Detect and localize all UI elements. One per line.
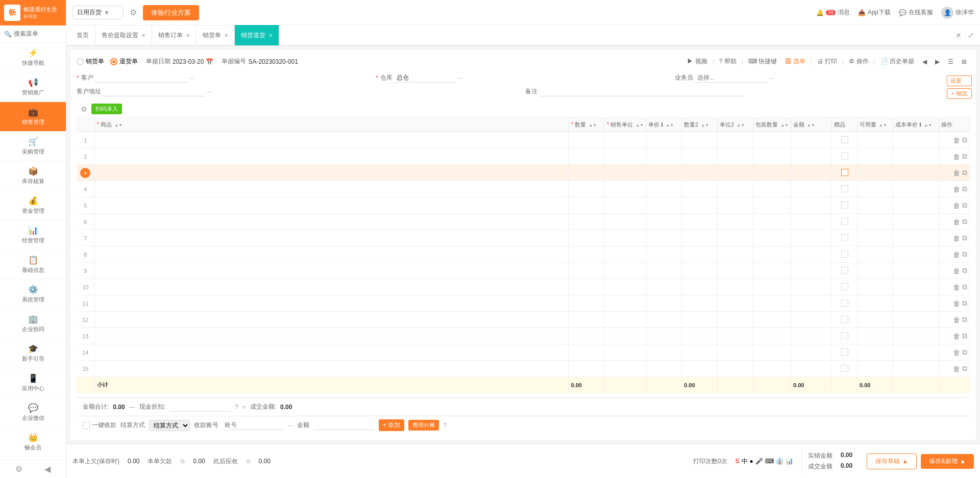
copy-row-btn[interactable]: ⧉	[962, 250, 967, 259]
delete-row-btn[interactable]: 🗑	[953, 202, 960, 210]
add-logistics-btn[interactable]: + 物流	[947, 88, 972, 99]
copy-row-btn[interactable]: ⧉	[962, 217, 967, 226]
delete-row-btn[interactable]: 🗑	[953, 299, 960, 308]
sidebar-item-member[interactable]: 👑 畅会员	[0, 427, 66, 457]
copy-row-btn[interactable]: ⧉	[962, 201, 967, 210]
sort-unit-icon[interactable]: ▲▼	[635, 123, 644, 128]
settings-btn[interactable]: 设置	[947, 76, 972, 86]
sort-unit2-icon[interactable]: ▲▼	[737, 123, 745, 128]
table-settings-icon[interactable]: ⚙	[81, 105, 87, 113]
product-input-active[interactable]	[97, 169, 567, 177]
collapse-sidebar-btn[interactable]: ◀	[44, 464, 51, 474]
settings-bottom-btn[interactable]: ⚙	[15, 464, 22, 474]
cash-discount-input[interactable]	[169, 402, 231, 412]
notification-btn[interactable]: 🔔 70 消息	[816, 8, 850, 17]
sales-person-input[interactable]	[695, 73, 767, 83]
unit-cell[interactable]	[604, 132, 646, 148]
amount-cell[interactable]	[791, 132, 832, 148]
tab-price-close[interactable]: ✕	[141, 33, 145, 38]
select-btn[interactable]: ☰ 选单	[782, 56, 808, 67]
sort-price-icon[interactable]: ▲▼	[666, 123, 674, 128]
delete-row-btn[interactable]: 🗑	[953, 169, 960, 177]
price-cell[interactable]	[646, 132, 682, 148]
sales-person-ellipsis-btn[interactable]: ···	[769, 74, 774, 82]
delete-row-btn[interactable]: 🗑	[953, 316, 960, 324]
delete-row-btn[interactable]: 🗑	[953, 136, 960, 144]
tab-sales-delivery[interactable]: 销货单 ✕	[197, 25, 235, 45]
copy-row-btn[interactable]: ⧉	[962, 234, 967, 242]
sidebar-item-inventory[interactable]: 📦 库存核算	[0, 161, 66, 191]
warehouse-ellipsis-btn[interactable]: ···	[458, 74, 463, 82]
history-btn[interactable]: 📄 历史单据	[877, 56, 917, 67]
customer-input[interactable]	[95, 73, 187, 83]
notes-input[interactable]	[540, 87, 744, 96]
topbar-gear-icon[interactable]: ⚙	[128, 6, 139, 19]
quick-pay-checkbox[interactable]: 一键收款	[83, 421, 116, 430]
nav-next-btn[interactable]: ▶	[932, 57, 943, 66]
add-payment-btn[interactable]: + 添加	[379, 419, 404, 431]
copy-row-btn[interactable]: ⧉	[962, 332, 967, 340]
sort-avail-icon[interactable]: ▲▼	[879, 123, 887, 128]
dropdown-arrow-save[interactable]: ▲	[902, 458, 908, 465]
close-all-tabs-btn[interactable]: ✕	[953, 30, 964, 40]
qty-cell[interactable]	[569, 132, 604, 148]
delete-row-btn[interactable]: 🗑	[953, 365, 960, 373]
view-list-btn[interactable]: ☰	[945, 57, 957, 66]
address-ellipsis-btn[interactable]: ···	[207, 88, 212, 95]
sidebar-item-quick-nav[interactable]: ⚡ 快捷导航	[0, 43, 66, 72]
taskbar-icon5[interactable]: 👔	[776, 458, 783, 465]
copy-row-btn[interactable]: ⧉	[962, 152, 967, 161]
dropdown-arrow-save-new[interactable]: ▲	[960, 458, 966, 465]
tab-sales-delivery-close[interactable]: ✕	[224, 33, 228, 38]
sidebar-item-sales-mgmt[interactable]: 💼 销售管理	[0, 102, 66, 132]
delete-row-btn[interactable]: 🗑	[953, 218, 960, 226]
tab-sales-order[interactable]: 销售订单 ✕	[152, 25, 197, 45]
taskbar-icon3[interactable]: 🎤	[755, 458, 763, 465]
save-draft-btn[interactable]: 保存草稿 ▲	[867, 454, 917, 469]
sidebar-item-operations[interactable]: 📊 经营管理	[0, 220, 66, 250]
radio-sales-delivery[interactable]: 销货单	[77, 57, 104, 66]
delete-row-btn[interactable]: 🗑	[953, 283, 960, 291]
sidebar-item-enterprise-wechat[interactable]: 💬 企业微信	[0, 398, 66, 427]
sidebar-item-app-center[interactable]: 📱 应用中心	[0, 368, 66, 398]
taskbar-icon4[interactable]: ⌨	[765, 458, 774, 465]
trial-btn[interactable]: 体验行业方案	[143, 5, 199, 20]
unit2-cell[interactable]	[718, 132, 753, 148]
tab-sales-order-close[interactable]: ✕	[186, 33, 190, 38]
app-download-btn[interactable]: 📥 App下载	[858, 8, 891, 17]
sidebar-item-basic-info[interactable]: 📋 基础信息	[0, 250, 66, 280]
tab-sales-return[interactable]: 销货退货 ✕	[235, 25, 279, 45]
taskbar-icon6[interactable]: 📊	[786, 458, 793, 465]
sidebar-item-newbie[interactable]: 🎓 新手引导	[0, 339, 66, 368]
sort-amount-icon[interactable]: ▲▼	[807, 123, 815, 128]
view-grid-btn[interactable]: ⊞	[959, 57, 970, 66]
radio-sales-return[interactable]: 退货单	[110, 57, 138, 66]
delete-row-btn[interactable]: 🗑	[953, 153, 960, 161]
address-input[interactable]	[103, 87, 205, 96]
cost-cell[interactable]	[893, 132, 939, 148]
copy-row-btn[interactable]: ⧉	[962, 168, 967, 177]
tab-price-setting[interactable]: 售价提取设置 ✕	[95, 25, 152, 45]
copy-row-btn[interactable]: ⧉	[962, 315, 967, 324]
copy-row-btn[interactable]: ⧉	[962, 364, 967, 373]
print-btn[interactable]: 🖨 打印	[814, 56, 840, 67]
user-menu[interactable]: 👤 徐泽华	[941, 7, 974, 19]
sort-qty2-icon[interactable]: ▲▼	[701, 123, 709, 128]
copy-row-btn[interactable]: ⧉	[962, 283, 967, 291]
help-btn[interactable]: ? 帮助	[716, 56, 740, 67]
shortcut-btn[interactable]: ⌨ 快捷键	[745, 56, 780, 67]
payment-amount-input[interactable]	[313, 420, 375, 430]
ops-btn[interactable]: ⚙ 操作	[846, 56, 871, 67]
online-service-btn[interactable]: 💬 在线客服	[899, 8, 933, 17]
sort-product-icon[interactable]: ▲▼	[114, 123, 122, 128]
avail-cell[interactable]	[857, 132, 893, 148]
account-input[interactable]	[223, 420, 284, 430]
add-row-btn[interactable]: +	[80, 168, 90, 178]
maximize-btn[interactable]: ⤢	[966, 30, 976, 40]
sidebar-item-marketing[interactable]: 📢 营销推广	[0, 72, 66, 102]
pack-cell[interactable]	[753, 132, 791, 148]
sidebar-item-purchase[interactable]: 🛒 采购管理	[0, 132, 66, 161]
scan-btn[interactable]: 扫码录入	[91, 104, 122, 114]
delete-row-btn[interactable]: 🗑	[953, 185, 960, 193]
delete-row-btn[interactable]: 🗑	[953, 267, 960, 275]
